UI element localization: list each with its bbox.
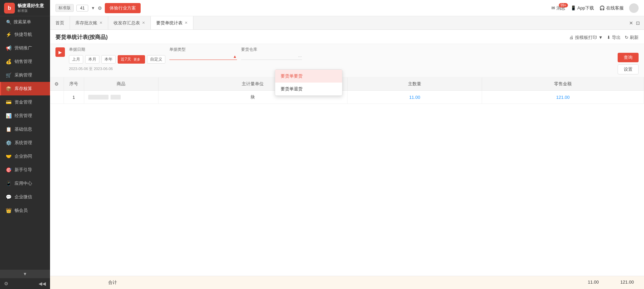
export-button[interactable]: ⬇ 导出 bbox=[607, 35, 621, 41]
tab-receivable-close[interactable]: ✕ bbox=[142, 21, 145, 25]
footer-quantity: 11.00 bbox=[588, 280, 599, 285]
tab-batch-account-close[interactable]: ✕ bbox=[99, 21, 102, 25]
date-btn-last-month[interactable]: 上月 bbox=[69, 55, 83, 64]
table-footer: 合计 11.00 121.00 bbox=[50, 276, 644, 289]
sidebar-item-system[interactable]: ⚙️ 系统管理 bbox=[0, 136, 50, 150]
date-range-display: 2023-05-06 至 2023-06-06 bbox=[69, 66, 165, 71]
row-quantity-cell: 11.00 bbox=[348, 91, 482, 104]
sidebar-item-member[interactable]: 👑 畅会员 bbox=[0, 204, 50, 217]
version-badge: 标准版 bbox=[55, 4, 74, 12]
app-download-button[interactable]: 📱 App下载 bbox=[571, 5, 594, 11]
sidebar-item-operation[interactable]: 📊 经营管理 bbox=[0, 109, 50, 123]
date-btn-last-7[interactable]: 近7天更多 bbox=[118, 55, 145, 64]
amount-link[interactable]: 121.00 bbox=[556, 95, 570, 100]
data-table: ⚙ 序号 商品 主计量单位 主数量 零售金额 1 bbox=[50, 77, 644, 104]
header-right: ✉ 消息 99+ 📱 App下载 🎧 在线客服 bbox=[551, 3, 639, 13]
tab-list-chevron-icon[interactable]: ▼ bbox=[91, 6, 95, 10]
member-icon: 👑 bbox=[5, 207, 12, 214]
chevron-right-icon: ▶ bbox=[58, 50, 62, 55]
sidebar-item-quick-nav[interactable]: ⚡ 快捷导航 bbox=[0, 28, 50, 41]
tab-order-stats[interactable]: 要货单统计表 ✕ bbox=[151, 16, 193, 30]
date-filter-section: 单据日期 上月 本月 本年 近7天更多 自定义 2023-05-06 至 202… bbox=[69, 47, 165, 71]
collapse-sidebar-icon[interactable]: ◀◀ bbox=[39, 281, 46, 286]
sidebar-item-wechat[interactable]: 💬 企业微信 bbox=[0, 190, 50, 204]
product-code-placeholder bbox=[111, 95, 121, 99]
trial-button[interactable]: 体验行业方案 bbox=[105, 3, 141, 13]
tabs-controls: ✕ ⊡ bbox=[629, 20, 644, 26]
sidebar-search[interactable]: 🔍 搜索菜单 bbox=[0, 16, 50, 28]
page-content: 要货单统计表(按商品) 🖨 按模板打印 ▼ ⬇ 导出 ↻ 刷新 bbox=[50, 30, 644, 289]
tab-batch-account[interactable]: 库存批次账 ✕ bbox=[70, 16, 108, 30]
main-area: 标准版 41 ▼ ⚙ 体验行业方案 ✉ 消息 99+ 📱 App下载 🎧 在线客… bbox=[50, 0, 644, 289]
tab-home[interactable]: 首页 bbox=[50, 16, 70, 30]
finance-icon: 💳 bbox=[5, 99, 12, 106]
dropdown-item-order-request[interactable]: 要货单要货 bbox=[275, 70, 342, 83]
inventory-icon: 📦 bbox=[5, 85, 12, 92]
type-filter-input[interactable]: ▲ bbox=[169, 54, 237, 60]
sidebar-item-marketing-label: 营销推广 bbox=[15, 45, 32, 51]
sidebar-item-inventory[interactable]: 📦 库存核算 bbox=[0, 82, 50, 95]
warehouse-filter-section: 要货仓库 ··· bbox=[241, 47, 302, 60]
operation-icon: 📊 bbox=[5, 112, 12, 119]
refresh-button[interactable]: ↻ 刷新 bbox=[625, 35, 639, 41]
col-product-header: 商品 bbox=[84, 77, 158, 91]
app-download-icon: 📱 bbox=[571, 5, 576, 10]
sidebar-header: b 畅捷通好生意 标准版 bbox=[0, 0, 50, 16]
date-more-badge: 更多 bbox=[132, 57, 142, 62]
sidebar-item-guide[interactable]: 🎯 新手引导 bbox=[0, 163, 50, 177]
app-name: 畅捷通好生意 bbox=[18, 3, 44, 9]
purchase-icon: 🛒 bbox=[5, 72, 12, 79]
row-product-cell bbox=[84, 91, 158, 104]
notification-button[interactable]: ✉ 消息 99+ bbox=[551, 5, 565, 11]
tabs-bar: 首页 库存批次账 ✕ 收发存汇总表 ✕ 要货单统计表 ✕ ✕ ⊡ bbox=[50, 16, 644, 30]
row-amount-cell: 121.00 bbox=[482, 91, 644, 104]
settings-button[interactable]: 设置 bbox=[618, 64, 639, 74]
print-button[interactable]: 🖨 按模板打印 ▼ bbox=[569, 35, 603, 41]
tab-receivable[interactable]: 收发存汇总表 ✕ bbox=[108, 16, 151, 30]
column-settings-icon[interactable]: ⚙ bbox=[54, 81, 59, 87]
sidebar-item-sales[interactable]: 💰 销售管理 bbox=[0, 55, 50, 68]
date-btn-custom[interactable]: 自定义 bbox=[147, 55, 165, 64]
sidebar-item-enterprise[interactable]: 🤝 企业协同 bbox=[0, 150, 50, 163]
sidebar-item-finance-label: 资金管理 bbox=[15, 99, 32, 105]
tab-order-stats-close[interactable]: ✕ bbox=[185, 21, 188, 25]
date-btn-this-year[interactable]: 本年 bbox=[101, 55, 116, 64]
sidebar-item-purchase[interactable]: 🛒 采购管理 bbox=[0, 68, 50, 82]
warehouse-filter-more-icon[interactable]: ··· bbox=[298, 54, 302, 59]
sidebar-item-finance[interactable]: 💳 资金管理 bbox=[0, 95, 50, 109]
settings-icon[interactable]: ⚙ bbox=[4, 281, 8, 286]
date-btn-this-month[interactable]: 本月 bbox=[85, 55, 99, 64]
user-avatar[interactable] bbox=[629, 3, 639, 13]
sidebar-item-operation-label: 经营管理 bbox=[15, 113, 32, 119]
sidebar-nav: ⚡ 快捷导航 📢 营销推广 💰 销售管理 🛒 采购管理 📦 库存核算 💳 资金管… bbox=[0, 28, 50, 270]
filter-expand-button[interactable]: ▶ bbox=[55, 47, 65, 57]
dropdown-item-order-return[interactable]: 要货单退货 bbox=[275, 83, 342, 95]
app-title: 畅捷通好生意 标准版 bbox=[18, 3, 44, 13]
close-all-tabs-icon[interactable]: ✕ bbox=[629, 20, 633, 26]
filter-bar: ▶ 单据日期 上月 本月 本年 近7天更多 自定义 2023-05-06 至 2… bbox=[50, 44, 644, 77]
app-download-label: App下载 bbox=[577, 5, 594, 11]
sidebar-scroll-down[interactable]: ▼ bbox=[0, 270, 50, 278]
warehouse-filter-label: 要货仓库 bbox=[241, 47, 302, 52]
type-filter-field[interactable] bbox=[169, 54, 233, 59]
quantity-link[interactable]: 11.00 bbox=[409, 95, 420, 100]
query-button[interactable]: 查询 bbox=[618, 53, 639, 62]
col-settings-header: ⚙ bbox=[50, 77, 64, 91]
sidebar-item-apps[interactable]: 📱 应用中心 bbox=[0, 177, 50, 190]
export-label: 导出 bbox=[612, 35, 621, 41]
sidebar-search-label: 搜索菜单 bbox=[14, 19, 31, 25]
guide-icon: 🎯 bbox=[5, 166, 12, 173]
warehouse-filter-field[interactable] bbox=[241, 54, 298, 59]
apps-icon: 📱 bbox=[5, 180, 12, 187]
sidebar-item-marketing[interactable]: 📢 营销推广 bbox=[0, 41, 50, 55]
online-service-button[interactable]: 🎧 在线客服 bbox=[599, 5, 624, 11]
sidebar-item-basic[interactable]: 📋 基础信息 bbox=[0, 123, 50, 136]
sidebar-item-apps-label: 应用中心 bbox=[15, 180, 32, 186]
type-filter-chevron-icon[interactable]: ▲ bbox=[233, 54, 237, 59]
print-icon: 🖨 bbox=[569, 35, 574, 40]
expand-tabs-icon[interactable]: ⊡ bbox=[636, 20, 640, 26]
system-icon: ⚙️ bbox=[5, 139, 12, 146]
tab-order-stats-label: 要货单统计表 bbox=[156, 20, 183, 26]
header-gear-icon[interactable]: ⚙ bbox=[98, 5, 102, 11]
warehouse-filter-input[interactable]: ··· bbox=[241, 54, 302, 60]
